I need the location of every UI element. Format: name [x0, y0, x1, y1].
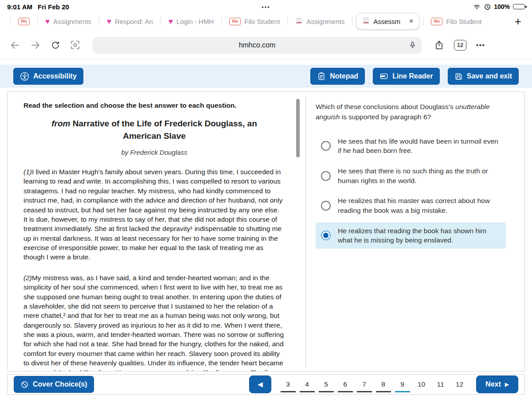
clock-date: Fri Feb 20 [38, 3, 69, 11]
heart-icon: ♥ [168, 18, 173, 25]
next-button[interactable]: Next▶ [476, 376, 518, 393]
accessibility-button[interactable]: Accessibility [13, 68, 83, 85]
address-bar[interactable]: hmhco.com [93, 37, 422, 54]
next-arrow-icon: ▶ [505, 381, 509, 387]
browser-toolbar: hmhco.com 12 ••• [0, 31, 532, 59]
save-icon [454, 72, 463, 81]
heart-icon: ♥ [45, 18, 50, 25]
tabs-overview-button[interactable]: 12 [454, 40, 466, 51]
save-exit-button[interactable]: Save and exit [448, 68, 519, 85]
filo-icon: filo [431, 18, 442, 25]
question-navigation: ◀ 3 4 5 6 7 8 9 10 11 12 Next▶ [249, 376, 518, 393]
passage-panel: Read the selection and choose the best a… [8, 92, 296, 371]
tab-separator [160, 17, 161, 25]
tab-assignments-1[interactable]: ♥Assignments [42, 15, 95, 28]
page-number-10[interactable]: 10 [414, 377, 429, 392]
share-icon[interactable] [434, 40, 444, 50]
svg-text:HMH: HMH [363, 21, 369, 24]
notepad-button[interactable]: Notepad [310, 68, 365, 85]
line-reader-icon [379, 72, 388, 81]
more-menu-button[interactable]: ••• [476, 41, 485, 49]
page-number-3[interactable]: 3 [281, 377, 296, 392]
page-number-7[interactable]: 7 [357, 377, 372, 392]
page-number-12[interactable]: 12 [452, 377, 467, 392]
radio-button[interactable] [321, 201, 331, 211]
cover-choices-icon [20, 380, 29, 389]
title-prefix: from [51, 119, 70, 128]
tab-separator [10, 17, 11, 25]
tab-separator [352, 17, 352, 25]
passage-byline: by Frederick Douglass [23, 149, 285, 156]
tab-filo-student-2[interactable]: filoFilo Student [427, 15, 485, 28]
clock-time: 9:01 AM [7, 3, 32, 11]
radio-button[interactable] [321, 171, 331, 181]
question-pager: 3 4 5 6 7 8 9 10 11 12 [278, 377, 469, 392]
instructions-text: Read the selection and choose the best a… [23, 102, 285, 110]
assessment-toolbar: Accessibility Notepad Line Reader Save a… [0, 65, 532, 88]
new-tab-button[interactable]: + [510, 16, 526, 27]
battery-icon [513, 4, 525, 9]
hmh-icon: HMH [362, 17, 370, 26]
viewfinder-icon[interactable] [70, 40, 80, 50]
assessment-content: Read the selection and choose the best a… [7, 91, 525, 372]
passage-paragraph-2: (2)My mistress was, as I have said, a ki… [23, 273, 285, 371]
tab-respond[interactable]: ♥Respond: An [103, 15, 156, 28]
tab-separator [99, 17, 99, 25]
passage-scrollbar-thumb[interactable] [296, 99, 300, 157]
alarm-clock-icon [484, 4, 491, 10]
hmh-icon: HMH [295, 17, 303, 26]
radio-button[interactable] [321, 141, 331, 151]
tab-filo-student-1[interactable]: filoFilo Student [226, 15, 283, 28]
page-number-5[interactable]: 5 [319, 377, 334, 392]
close-tab-icon[interactable]: × [409, 18, 413, 25]
svg-text:HMH: HMH [297, 21, 302, 24]
tab-assignments-2[interactable]: HMHAssignments [292, 14, 348, 28]
page-number-11[interactable]: 11 [433, 377, 448, 392]
answer-options: He sees that his life would have been in… [316, 133, 506, 249]
forward-button[interactable] [30, 40, 41, 51]
url-text: hmhco.com [239, 41, 276, 49]
heart-icon: ♥ [107, 18, 111, 25]
screen: 9:01 AM Fri Feb 20 ••• 100% filo ♥Assign… [0, 0, 532, 399]
line-reader-button[interactable]: Line Reader [373, 68, 440, 85]
microphone-icon[interactable] [409, 41, 416, 49]
reload-button[interactable] [51, 40, 60, 50]
passage-title: from Narrative of the Life of Frederick … [23, 117, 285, 142]
radio-button-selected[interactable] [321, 231, 331, 240]
title-main: Narrative of the Life of Frederick Dougl… [73, 119, 257, 141]
question-panel: Which of these conclusions about Douglas… [306, 92, 524, 371]
status-bar: 9:01 AM Fri Feb 20 ••• 100% [0, 0, 532, 12]
accessibility-icon [20, 72, 29, 81]
question-text: Which of these conclusions about Douglas… [316, 102, 506, 122]
footer-bar: Cover Choice(s) ◀ 3 4 5 6 7 8 9 10 11 12… [7, 374, 525, 395]
filo-icon: filo [18, 18, 30, 25]
status-ellipsis: ••• [0, 4, 532, 10]
answer-option-b[interactable]: He sees that there is no such thing as t… [316, 163, 506, 189]
notepad-icon [317, 72, 326, 81]
tab-assessment-active[interactable]: HMHAssessm× [356, 13, 419, 29]
filo-icon: filo [229, 18, 241, 25]
page-number-8[interactable]: 8 [376, 377, 391, 392]
tab-filo[interactable]: filo [15, 15, 33, 28]
tab-separator [37, 17, 38, 25]
tab-login-hmh[interactable]: ♥Login - HMH [165, 15, 217, 28]
page-number-9[interactable]: 9 [395, 377, 410, 392]
tab-separator [287, 17, 288, 25]
answer-option-c[interactable]: He realizes that his master was correct … [316, 192, 506, 219]
passage-paragraph-1: (1)I lived in Master Hugh’s family about… [23, 167, 285, 262]
answer-option-a[interactable]: He sees that his life would have been in… [316, 133, 506, 159]
page-number-4[interactable]: 4 [300, 377, 315, 392]
tab-separator [423, 17, 423, 25]
cover-choices-button[interactable]: Cover Choice(s) [14, 376, 94, 393]
wifi-icon [473, 4, 481, 10]
tab-bar: filo ♥Assignments ♥Respond: An ♥Login - … [0, 12, 532, 31]
tab-separator [221, 17, 222, 25]
previous-button[interactable]: ◀ [249, 376, 271, 393]
page-number-6[interactable]: 6 [338, 377, 353, 392]
back-button[interactable] [10, 40, 20, 51]
battery-percent: 100% [494, 3, 510, 10]
answer-option-d[interactable]: He realizes that reading the book has sh… [316, 223, 506, 249]
